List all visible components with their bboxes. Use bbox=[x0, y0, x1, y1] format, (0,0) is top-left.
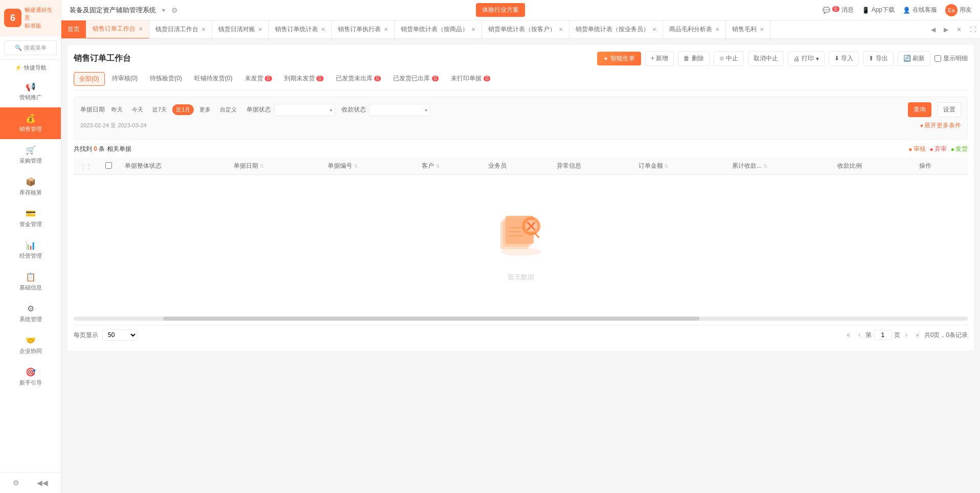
tab-sales-stats-close[interactable]: ✕ bbox=[321, 27, 325, 32]
sidebar-item-sales[interactable]: 💰 销售管理 bbox=[0, 107, 61, 139]
tab-cash-daily[interactable]: 钱货日清工作台 ✕ bbox=[149, 20, 212, 39]
void-action-btn[interactable]: ● 弃审 bbox=[930, 145, 947, 153]
page-size-select[interactable]: 50 10 20 100 bbox=[102, 329, 138, 341]
app-download-item[interactable]: 📱 App下载 bbox=[862, 6, 895, 14]
collapse-icon[interactable]: ◀◀ bbox=[35, 477, 50, 489]
expand-filters-button[interactable]: ▾ 展开更多条件 bbox=[920, 121, 961, 130]
tab-summary-product-close[interactable]: ✕ bbox=[471, 27, 475, 32]
delete-button[interactable]: 🗑 删除 bbox=[678, 51, 709, 66]
tab-next-arrow[interactable]: ▶ bbox=[940, 24, 952, 35]
cancel-stop-button[interactable]: 取消中止 bbox=[748, 51, 784, 66]
tab-sales-exec-close[interactable]: ✕ bbox=[384, 27, 388, 32]
sidebar-item-marketing[interactable]: 📢 营销推广 bbox=[0, 76, 61, 107]
date-btn-1month[interactable]: 近1月 bbox=[172, 104, 194, 115]
tabs-bar: 首页 销售订单工作台 ✕ 钱货日清工作台 ✕ 钱货日清对账 ✕ 销售订单统计表 … bbox=[61, 20, 980, 39]
tab-home[interactable]: 首页 bbox=[61, 20, 86, 39]
status-select[interactable] bbox=[274, 104, 335, 116]
sub-tab-not-printed[interactable]: 未打印单据 0 bbox=[446, 72, 495, 86]
message-item[interactable]: 💬 6 消息 bbox=[823, 6, 854, 14]
tab-maximize[interactable]: ⛶ bbox=[966, 24, 980, 35]
horizontal-scrollbar[interactable] bbox=[74, 317, 968, 321]
system-dropdown-icon[interactable]: ▾ bbox=[162, 7, 165, 14]
col-date[interactable]: 单据日期 bbox=[227, 158, 322, 175]
sub-tab-pending[interactable]: 待审核(0) bbox=[107, 72, 143, 86]
tab-summary-customer[interactable]: 销货单统计表（按客户） ✕ bbox=[482, 20, 569, 39]
add-button[interactable]: + 新增 bbox=[645, 51, 674, 66]
refresh-button[interactable]: 🔄 刷新 bbox=[898, 51, 930, 66]
tab-cash-daily-close[interactable]: ✕ bbox=[201, 27, 206, 32]
tab-sales-profit-close[interactable]: ✕ bbox=[760, 27, 764, 32]
review-action-btn[interactable]: ● 审核 bbox=[908, 145, 925, 153]
tab-cash-reconcile-close[interactable]: ✕ bbox=[258, 27, 262, 32]
col-number[interactable]: 单据编号 bbox=[322, 158, 416, 175]
sidebar-item-operations[interactable]: 📊 经营管理 bbox=[0, 234, 61, 266]
tab-summary-staff[interactable]: 销货单统计表（按业务员） ✕ bbox=[569, 20, 663, 39]
sub-tab-shipped-out[interactable]: 已发货已出库 0 bbox=[388, 72, 444, 86]
settings-bottom-icon[interactable]: ⚙ bbox=[11, 477, 21, 489]
col-customer[interactable]: 客户 bbox=[416, 158, 483, 175]
sidebar-item-basic-info[interactable]: 📋 基础信息 bbox=[0, 266, 61, 298]
header-settings-icon[interactable]: ⚙ bbox=[171, 6, 178, 14]
tab-sales-workbench[interactable]: 销售订单工作台 ✕ bbox=[86, 20, 149, 39]
sub-tab-all[interactable]: 全部(0) bbox=[74, 72, 105, 86]
date-btn-yesterday[interactable]: 昨天 bbox=[108, 104, 126, 115]
sub-tab-shipped-not-out[interactable]: 已发货未出库 0 bbox=[331, 72, 386, 86]
tab-sales-workbench-close[interactable]: ✕ bbox=[139, 26, 143, 32]
last-page-btn[interactable]: » bbox=[913, 330, 922, 340]
sidebar-item-enterprise[interactable]: 🤝 企业协同 bbox=[0, 329, 61, 361]
tab-summary-product[interactable]: 销货单统计表（按商品） ✕ bbox=[395, 20, 482, 39]
tab-sales-stats[interactable]: 销售订单统计表 ✕ bbox=[269, 20, 332, 39]
sidebar-item-inventory[interactable]: 📦 库存核算 bbox=[0, 171, 61, 203]
search-menu-button[interactable]: 🔍 搜索菜单 bbox=[4, 40, 57, 55]
sub-tab-overdue[interactable]: 到期未发货 0 bbox=[279, 72, 329, 86]
export-button[interactable]: ⬆ 导出 bbox=[863, 51, 893, 66]
date-btn-today[interactable]: 今天 bbox=[128, 104, 147, 115]
tab-summary-customer-close[interactable]: ✕ bbox=[559, 27, 563, 32]
sidebar-item-quick-nav[interactable]: ⚡ 快捷导航 bbox=[0, 60, 61, 76]
date-btn-custom[interactable]: 自定义 bbox=[216, 104, 240, 115]
guide-icon: 🎯 bbox=[26, 367, 36, 377]
scroll-thumb[interactable] bbox=[163, 317, 699, 321]
tab-prev-arrow[interactable]: ◀ bbox=[927, 24, 940, 35]
tab-close-all[interactable]: ✕ bbox=[952, 24, 966, 35]
smart-create-button[interactable]: ✦ 智能生单 bbox=[597, 52, 641, 65]
stop-button[interactable]: ⊙ 中止 bbox=[714, 51, 744, 66]
pagination-info: 每页显示 50 10 20 100 bbox=[74, 329, 138, 341]
tab-summary-staff-close[interactable]: ✕ bbox=[652, 27, 656, 32]
sub-tab-pending-check[interactable]: 待拣验货(0) bbox=[145, 72, 187, 86]
import-button[interactable]: ⬇ 导入 bbox=[829, 51, 859, 66]
show-detail-checkbox[interactable] bbox=[935, 55, 941, 62]
sub-tab-wangpu[interactable]: 旺铺待发货(0) bbox=[189, 72, 238, 86]
col-collected[interactable]: 累计收款... bbox=[726, 158, 831, 175]
tab-gross-margin[interactable]: 商品毛利分析表 ✕ bbox=[663, 20, 726, 39]
sidebar-item-purchase[interactable]: 🛒 采购管理 bbox=[0, 139, 61, 171]
sub-tab-not-shipped[interactable]: 未发货 0 bbox=[240, 72, 277, 86]
next-page-btn[interactable]: › bbox=[902, 330, 910, 340]
page-number-input[interactable] bbox=[874, 330, 892, 340]
tab-sales-profit[interactable]: 销售毛利 ✕ bbox=[726, 20, 770, 39]
sidebar-item-system[interactable]: ⚙ 系统管理 bbox=[0, 298, 61, 329]
tab-cash-reconcile[interactable]: 钱货日清对账 ✕ bbox=[212, 20, 269, 39]
date-btn-more[interactable]: 更多 bbox=[196, 104, 214, 115]
user-item[interactable]: Ea 用友 bbox=[945, 4, 972, 16]
query-button[interactable]: 查询 bbox=[908, 102, 931, 117]
select-all-checkbox[interactable] bbox=[105, 162, 112, 169]
ship-action-btn[interactable]: ● 发货 bbox=[951, 145, 968, 153]
show-detail-label[interactable]: 显示明细 bbox=[935, 54, 968, 63]
date-btn-7days[interactable]: 近7天 bbox=[149, 104, 170, 115]
online-service-item[interactable]: 👤 在线客服 bbox=[903, 6, 937, 14]
sidebar-item-finance[interactable]: 💳 资金管理 bbox=[0, 203, 61, 234]
empty-text: 暂无数据 bbox=[508, 273, 534, 282]
print-button[interactable]: 🖨 打印 ▾ bbox=[788, 51, 825, 66]
first-page-btn[interactable]: « bbox=[844, 330, 853, 340]
tab-gross-margin-close[interactable]: ✕ bbox=[715, 27, 719, 32]
tab-sales-exec[interactable]: 销售订单执行表 ✕ bbox=[332, 20, 395, 39]
sidebar-item-label-guide: 新手引导 bbox=[19, 379, 42, 387]
payment-select[interactable] bbox=[369, 104, 430, 116]
trial-button[interactable]: 体验行业方案 bbox=[476, 3, 525, 17]
prev-page-btn[interactable]: ‹ bbox=[855, 330, 863, 340]
settings-filter-button[interactable]: 设置 bbox=[938, 102, 961, 117]
online-service-label: 在线客服 bbox=[913, 6, 937, 14]
sidebar-item-guide[interactable]: 🎯 新手引导 bbox=[0, 361, 61, 393]
col-amount[interactable]: 订单金额 bbox=[632, 158, 726, 175]
